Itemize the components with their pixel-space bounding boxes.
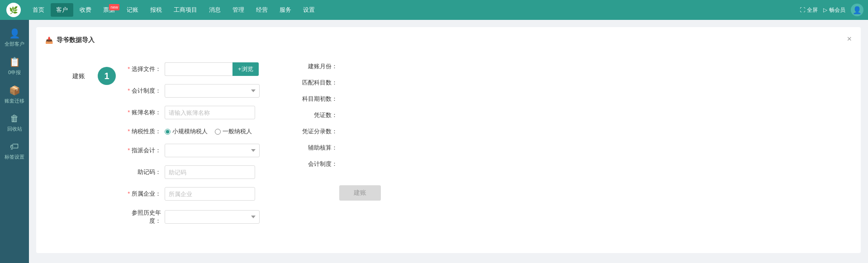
month-row: 建账月份： <box>297 62 423 70</box>
nav-item-service[interactable]: 服务 <box>274 3 297 17</box>
browse-button[interactable]: +浏览 <box>232 62 259 76</box>
nav-items: 首页 客户 收费 票据 new 记账 报税 工商项目 消息 管理 经营 服务 设… <box>27 3 800 17</box>
all-clients-icon: 👤 <box>9 28 20 39</box>
nav-item-business[interactable]: 工商项目 <box>168 3 203 17</box>
file-input-group: +浏览 <box>165 62 259 76</box>
step-label: 建账 <box>72 72 85 80</box>
top-navigation: 🌿 首页 客户 收费 票据 new 记账 报税 工商项目 消息 管理 经营 服务… <box>0 0 868 20</box>
create-button[interactable]: 建账 <box>339 185 381 201</box>
tags-icon: 🏷 <box>10 141 19 152</box>
match-row: 匹配科目数： <box>297 79 423 87</box>
main-layout: 👤 全部客户 📋 0申报 📦 账套迁移 🗑 回收站 🏷 标签设置 📥 导爷数据导… <box>0 20 868 263</box>
app-logo[interactable]: 🌿 <box>5 1 23 19</box>
accounting-row: 会计制度： <box>125 84 279 98</box>
member-button[interactable]: ▷ 畅会员 <box>823 6 845 14</box>
tax-label: 纳税性质： <box>125 127 161 136</box>
nav-item-message[interactable]: 消息 <box>204 3 226 17</box>
nav-item-invoice[interactable]: 票据 new <box>98 3 120 17</box>
dialog-title: 导爷数据导入 <box>57 36 95 44</box>
ledger-row: 账簿名称： <box>125 106 279 119</box>
tax-row: 纳税性质： 小规模纳税人 一般纳税人 <box>125 127 279 136</box>
assign-label: 指派会计： <box>125 146 161 155</box>
period-label: 科目期初数： <box>297 95 337 103</box>
form-right: 建账月份： 匹配科目数： 科目期初数： 凭证数： <box>297 62 423 225</box>
new-badge: new <box>109 4 119 10</box>
company-input[interactable] <box>165 187 255 201</box>
history-label: 参照历史年度： <box>125 209 161 225</box>
voucher-entries-row: 凭证分录数： <box>297 127 423 136</box>
accounting-right-label: 会计制度： <box>297 160 337 168</box>
accounting-right-row: 会计制度： <box>297 160 423 168</box>
sidebar-item-migrate[interactable]: 📦 账套迁移 <box>2 81 27 108</box>
dialog-header: 📥 导爷数据导入 <box>45 36 852 44</box>
sidebar-item-zero-declare[interactable]: 📋 0申报 <box>2 53 27 80</box>
ledger-label: 账簿名称： <box>125 108 161 117</box>
company-label: 所属企业： <box>125 190 161 198</box>
nav-item-client[interactable]: 客户 <box>51 3 73 17</box>
sidebar: 👤 全部客户 📋 0申报 📦 账套迁移 🗑 回收站 🏷 标签设置 <box>0 20 29 263</box>
nav-item-home[interactable]: 首页 <box>27 3 50 17</box>
accounting-label: 会计制度： <box>125 87 161 95</box>
fullscreen-icon: ⛶ <box>800 7 805 13</box>
fullscreen-button[interactable]: ⛶ 全屏 <box>800 6 818 14</box>
logo-icon: 🌿 <box>6 3 21 17</box>
period-row: 科目期初数： <box>297 95 423 103</box>
tax-radio-group: 小规模纳税人 一般纳税人 <box>165 127 252 136</box>
voucher-row: 凭证数： <box>297 111 423 119</box>
company-row: 所属企业： <box>125 187 279 201</box>
step-circle: 1 <box>98 67 116 85</box>
recycle-icon: 🗑 <box>10 113 19 124</box>
nav-item-operation[interactable]: 经营 <box>251 3 273 17</box>
form-container: 建账 1 选择文件： +浏览 会计制度： <box>45 53 852 234</box>
assign-select[interactable] <box>165 144 260 157</box>
nav-item-settings[interactable]: 设置 <box>298 3 320 17</box>
file-label: 选择文件： <box>125 65 161 73</box>
ledger-input[interactable] <box>165 106 255 119</box>
sidebar-item-tags[interactable]: 🏷 标签设置 <box>2 138 27 164</box>
match-label: 匹配科目数： <box>297 79 337 87</box>
auxiliary-row: 辅助核算： <box>297 144 423 152</box>
tax-general-label[interactable]: 一般纳税人 <box>215 127 252 136</box>
memo-input[interactable] <box>165 165 255 179</box>
memo-label: 助记码： <box>125 168 161 176</box>
assign-row: 指派会计： <box>125 144 279 157</box>
zero-declare-icon: 📋 <box>9 56 20 67</box>
form-left: 建账 1 选择文件： +浏览 会计制度： <box>72 62 279 225</box>
form-fields: 选择文件： +浏览 会计制度： <box>125 62 279 225</box>
history-select[interactable] <box>165 210 260 224</box>
sidebar-item-recycle[interactable]: 🗑 回收站 <box>2 110 27 136</box>
voucher-entries-label: 凭证分录数： <box>297 127 337 136</box>
tax-general-radio[interactable] <box>215 129 221 135</box>
voucher-label: 凭证数： <box>297 111 337 119</box>
nav-right: ⛶ 全屏 ▷ 畅会员 👤 <box>800 4 863 16</box>
file-input[interactable] <box>165 62 232 76</box>
migrate-icon: 📦 <box>9 85 20 96</box>
memo-row: 助记码： <box>125 165 279 179</box>
accounting-select[interactable] <box>165 84 260 98</box>
month-label: 建账月份： <box>297 62 337 70</box>
avatar[interactable]: 👤 <box>851 4 863 16</box>
main-content: 📥 导爷数据导入 × 建账 1 选择文件： +浏览 <box>29 20 868 263</box>
close-button[interactable]: × <box>847 34 852 44</box>
dialog-panel: 📥 导爷数据导入 × 建账 1 选择文件： +浏览 <box>36 27 861 253</box>
tax-small-radio[interactable] <box>165 129 171 135</box>
play-icon: ▷ <box>823 7 827 13</box>
nav-item-bookkeeping[interactable]: 记账 <box>121 3 144 17</box>
sidebar-item-all-clients[interactable]: 👤 全部客户 <box>2 24 27 51</box>
history-row: 参照历史年度： <box>125 209 279 225</box>
file-row: 选择文件： +浏览 <box>125 62 279 76</box>
import-icon: 📥 <box>45 37 53 44</box>
nav-item-tax[interactable]: 报税 <box>145 3 167 17</box>
auxiliary-label: 辅助核算： <box>297 144 337 152</box>
nav-item-manage[interactable]: 管理 <box>227 3 250 17</box>
tax-small-label[interactable]: 小规模纳税人 <box>165 127 208 136</box>
nav-item-charge[interactable]: 收费 <box>74 3 97 17</box>
